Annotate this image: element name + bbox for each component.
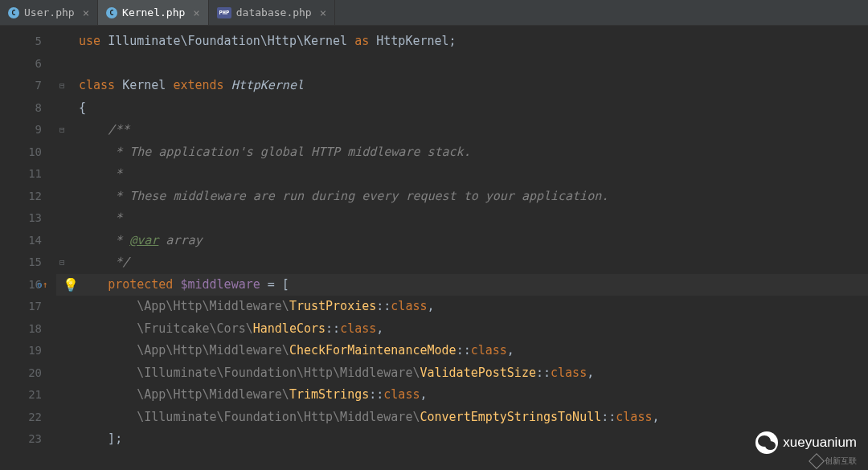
brand-logo: 创新互联 [811, 456, 857, 467]
line-number[interactable]: 17 [0, 296, 42, 318]
tab-label: User.php [24, 6, 75, 18]
line-number[interactable]: 16o↑ [0, 274, 42, 296]
line-number[interactable]: 13 [0, 207, 42, 230]
line-number[interactable]: 6 [0, 53, 42, 76]
line-number[interactable]: 20 [0, 362, 42, 385]
token-method: TrimStrings [289, 387, 369, 402]
line-number[interactable]: 15 [0, 251, 42, 274]
token-classname: HttpKernel [231, 78, 304, 92]
token-var: $middleware [180, 277, 260, 292]
brand-logo-text: 创新互联 [825, 456, 857, 467]
code-line[interactable] [56, 53, 868, 76]
code-line[interactable]: ⊟class Kernel extends HttpKernel [56, 75, 868, 97]
code-line[interactable]: \App\Http\Middleware\TrustProxies::class… [56, 296, 868, 318]
token-str: class [391, 299, 427, 313]
token-method: CheckForMaintenanceMode [289, 343, 457, 358]
token-plain [79, 321, 137, 336]
line-number[interactable]: 22 [0, 407, 42, 429]
intention-bulb-icon[interactable]: 💡 [63, 274, 79, 296]
line-number[interactable]: 10 [0, 141, 42, 164]
code-line[interactable]: * @var array [56, 230, 868, 252]
token-ns: \Illuminate\Foundation\Http\Middleware\ [137, 410, 420, 424]
line-number[interactable]: 11 [0, 163, 42, 186]
code-line[interactable]: \Fruitcake\Cors\HandleCors::class, [56, 318, 868, 341]
token-plain [79, 343, 137, 358]
code-line[interactable]: * [56, 207, 868, 230]
token-ns: \App\Http\Middleware\ [137, 387, 289, 402]
token-plain: ]; [79, 431, 122, 446]
code-line[interactable]: \App\Http\Middleware\TrimStrings::class, [56, 384, 868, 407]
line-number[interactable]: 14 [0, 230, 42, 252]
token-comment: * [108, 233, 129, 247]
line-number[interactable]: 5 [0, 31, 42, 53]
code-line[interactable]: 💡 protected $middleware = [ [56, 274, 868, 296]
fold-icon[interactable]: ⊟ [59, 119, 65, 141]
token-plain [79, 210, 108, 225]
token-plain [79, 233, 108, 247]
tab-label: Kernel.php [122, 6, 185, 18]
code-line[interactable]: ]; [56, 428, 868, 451]
code-line[interactable]: * These middleware are run during every … [56, 186, 868, 208]
token-ns: \App\Http\Middleware\ [137, 343, 289, 358]
token-punct: , [507, 343, 514, 358]
tab-kernel-php[interactable]: CKernel.php× [98, 0, 209, 25]
token-plain [79, 410, 137, 424]
line-number[interactable]: 19 [0, 340, 42, 362]
token-kw: protected [108, 277, 180, 292]
fold-icon[interactable]: ⊟ [59, 251, 65, 274]
code-line[interactable]: use Illuminate\Foundation\Http\Kernel as… [56, 31, 868, 53]
token-comment: array [158, 233, 202, 247]
token-comment: * The application's global HTTP middlewa… [108, 145, 471, 159]
editor-tabs: CUser.php×CKernel.php×PHPdatabase.php× [0, 0, 868, 26]
code-line[interactable]: { [56, 97, 868, 120]
token-kw: as [354, 34, 376, 48]
token-cls: Illuminate\Foundation\Http\Kernel [108, 34, 354, 48]
watermark-text: xueyuanium [783, 435, 857, 451]
token-plain [79, 277, 108, 292]
code-line[interactable]: * [56, 163, 868, 186]
brand-logo-icon [809, 453, 825, 469]
token-comment: * [108, 166, 122, 181]
token-plain [79, 145, 108, 159]
code-line[interactable]: * The application's global HTTP middlewa… [56, 141, 868, 164]
code-line[interactable]: \Illuminate\Foundation\Http\Middleware\C… [56, 407, 868, 429]
line-number[interactable]: 9 [0, 119, 42, 141]
fold-icon[interactable]: ⊟ [59, 75, 65, 97]
token-str: class [551, 366, 587, 380]
line-number[interactable]: 23 [0, 428, 42, 451]
token-kw: use [79, 34, 108, 48]
code-area[interactable]: use Illuminate\Foundation\Http\Kernel as… [56, 26, 868, 470]
token-punct: :: [376, 299, 391, 313]
token-str: class [340, 321, 376, 336]
token-method: ValidatePostSize [420, 366, 536, 380]
token-plain [79, 189, 108, 203]
code-line[interactable]: \App\Http\Middleware\CheckForMaintenance… [56, 340, 868, 362]
line-number[interactable]: 8 [0, 97, 42, 120]
line-number[interactable]: 7 [0, 75, 42, 97]
token-method: TrustProxies [289, 299, 376, 313]
token-plain [79, 366, 137, 380]
close-icon[interactable]: × [193, 6, 199, 19]
tab-user-php[interactable]: CUser.php× [0, 0, 98, 25]
watermark: xueyuanium [755, 431, 857, 454]
line-number[interactable]: 18 [0, 318, 42, 341]
close-icon[interactable]: × [320, 6, 326, 19]
line-number[interactable]: 12 [0, 186, 42, 208]
token-cls: HttpKernel [376, 34, 448, 48]
tab-label: database.php [236, 6, 312, 18]
token-cls: Kernel [122, 78, 173, 92]
code-line[interactable]: ⊟ /** [56, 119, 868, 141]
token-plain [79, 299, 137, 313]
line-number-gutter: 5678910111213141516o↑17181920212223 [0, 26, 56, 470]
tab-database-php[interactable]: PHPdatabase.php× [209, 0, 335, 25]
line-number[interactable]: 21 [0, 384, 42, 407]
token-punct: , [587, 366, 594, 380]
code-line[interactable]: \Illuminate\Foundation\Http\Middleware\V… [56, 362, 868, 385]
wechat-icon [755, 431, 778, 454]
token-plain [79, 255, 108, 269]
token-ns: \Fruitcake\Cors\ [137, 321, 253, 336]
class-file-icon: C [8, 7, 19, 18]
code-line[interactable]: ⊟ */ [56, 251, 868, 274]
close-icon[interactable]: × [83, 6, 89, 19]
token-punct: { [79, 100, 86, 115]
